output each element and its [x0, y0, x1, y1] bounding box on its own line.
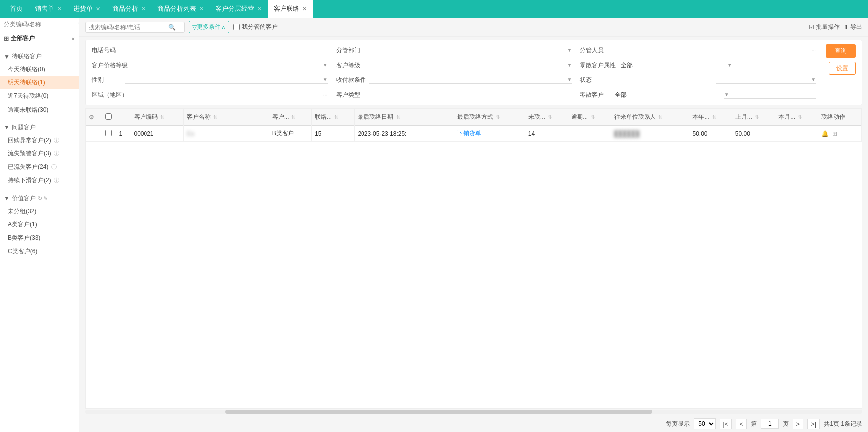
- collapse-sidebar-btn[interactable]: «: [72, 35, 75, 42]
- price-level-label: 客户价格等级: [92, 61, 128, 70]
- col-unit-contact[interactable]: 往来单位联系人 ⇅: [611, 109, 689, 126]
- col-this-year[interactable]: 本年... ⇅: [689, 109, 732, 126]
- retail-customer-field: 零散客户 全部 ▼: [580, 91, 816, 99]
- sidebar-item-repurchase-abnormal[interactable]: 回购异常客户(2) ⓘ: [0, 134, 79, 147]
- col-type[interactable]: 客户... ⇅: [269, 109, 311, 126]
- customer-level-select[interactable]: ▼: [369, 61, 572, 69]
- page-number-input[interactable]: [761, 419, 779, 429]
- col-name[interactable]: 客户名称 ⇅: [183, 109, 269, 126]
- sidebar-search-bar[interactable]: 🔍: [0, 18, 79, 31]
- phone-input[interactable]: [125, 46, 328, 55]
- refresh-icon[interactable]: ↻: [38, 195, 42, 202]
- close-customer-tier-tab[interactable]: ✕: [257, 6, 262, 12]
- last-contact-method-link[interactable]: 下销货单: [457, 130, 481, 137]
- col-contact-count[interactable]: 联络... ⇅: [312, 109, 355, 126]
- sidebar-item-class-b[interactable]: B类客户(33): [0, 231, 79, 245]
- row-action-icon-1[interactable]: 🔔: [821, 130, 829, 137]
- my-customers-checkbox-area[interactable]: 我分管的客户: [233, 23, 278, 31]
- select-all-checkbox[interactable]: [105, 113, 112, 120]
- customer-table: ⚙ 客户编码 ⇅ 客户名称 ⇅: [86, 109, 862, 142]
- status-chevron-icon: ▼: [811, 77, 816, 82]
- pending-contact-group[interactable]: ▼ 待联络客户: [0, 50, 79, 63]
- filter-row-2: 客户价格等级 ▼ 客户等级 ▼: [92, 59, 816, 71]
- last-page-btn[interactable]: >|: [807, 419, 820, 429]
- sidebar-item-churned[interactable]: 已流失客户(24) ⓘ: [0, 160, 79, 174]
- last-contact-method-sort-icon: ⇅: [496, 114, 500, 120]
- close-product-analysis-table-tab[interactable]: ✕: [199, 6, 204, 12]
- first-page-btn[interactable]: |<: [720, 419, 732, 429]
- close-purchase-tab[interactable]: ✕: [96, 6, 100, 12]
- filter-row-1: 电话号码 分管部门 ▼ 分管人员: [92, 44, 816, 56]
- problem-arrow-icon: ▼: [4, 124, 10, 131]
- sidebar-item-tomorrow[interactable]: 明天待联络(1): [0, 76, 79, 89]
- gender-label: 性别: [92, 76, 122, 84]
- close-product-analysis-tab[interactable]: ✕: [141, 6, 145, 12]
- horizontal-scrollbar[interactable]: [85, 410, 862, 414]
- col-this-month[interactable]: 本月... ⇅: [775, 109, 818, 126]
- col-code[interactable]: 客户编码 ⇅: [131, 109, 183, 126]
- nav-product-analysis[interactable]: 商品分析 ✕: [106, 0, 151, 18]
- payment-select[interactable]: ▼: [369, 76, 572, 84]
- col-overdue[interactable]: 逾期... ⇅: [568, 109, 611, 126]
- page-size-select[interactable]: 50: [694, 418, 716, 429]
- search-input[interactable]: [89, 24, 168, 31]
- next-page-btn[interactable]: >: [793, 419, 803, 429]
- col-settings[interactable]: ⚙: [86, 109, 101, 126]
- region-more-icon[interactable]: ···: [323, 92, 328, 98]
- sidebar-item-ungrouped[interactable]: 未分组(32): [0, 205, 79, 218]
- nav-sales[interactable]: 销售单 ✕: [29, 0, 68, 18]
- retail-attr-select[interactable]: ▼: [727, 61, 816, 69]
- sidebar-item-class-c[interactable]: C类客户(6): [0, 245, 79, 258]
- customer-level-field: 客户等级 ▼: [336, 61, 572, 70]
- sidebar-item-class-a[interactable]: A类客户(1): [0, 218, 79, 231]
- row-last-contact-method[interactable]: 下销货单: [454, 126, 525, 142]
- sidebar-item-today[interactable]: 今天待联络(0): [0, 63, 79, 76]
- content-area: 🔍 ▽ 更多条件 ∧ 我分管的客户 ☑ 批量操作 ⬆ 导出: [79, 18, 868, 432]
- table-settings-icon[interactable]: ⚙: [89, 114, 94, 121]
- nav-customer-tier[interactable]: 客户分层经营 ✕: [210, 0, 268, 18]
- all-customers-header[interactable]: ⊞ 全部客户 «: [0, 31, 79, 46]
- batch-op-btn[interactable]: ☑ 批量操作: [809, 23, 840, 31]
- price-level-select[interactable]: ▼: [131, 61, 328, 69]
- nav-home[interactable]: 首页: [4, 0, 29, 18]
- row-action-icon-2[interactable]: ⊞: [832, 130, 837, 137]
- row-contact-action[interactable]: 🔔 ⊞: [818, 126, 861, 142]
- scrollbar-thumb[interactable]: [225, 410, 652, 414]
- sidebar-item-week[interactable]: 近7天待联络(0): [0, 89, 79, 103]
- row-checkbox-cell[interactable]: [101, 126, 116, 142]
- export-btn[interactable]: ⬆ 导出: [844, 23, 862, 31]
- col-no-contact[interactable]: 未联... ⇅: [525, 109, 568, 126]
- sidebar-item-declining[interactable]: 持续下滑客户(2) ⓘ: [0, 174, 79, 187]
- info-icon-2: ⓘ: [54, 150, 59, 156]
- close-customer-contact-tab[interactable]: ✕: [302, 6, 307, 12]
- row-checkbox[interactable]: [105, 130, 112, 136]
- setting-button[interactable]: 设置: [829, 62, 856, 75]
- retail-customer-select[interactable]: ▼: [724, 91, 816, 99]
- col-checkbox[interactable]: [101, 109, 116, 126]
- value-customers-group[interactable]: ▼ 价值客户 ↻ ✎: [0, 192, 79, 205]
- dept-select[interactable]: ▼: [369, 46, 572, 54]
- search-bar[interactable]: 🔍: [85, 22, 185, 33]
- price-level-field: 客户价格等级 ▼: [92, 61, 328, 70]
- filter-more-btn[interactable]: ▽ 更多条件 ∧: [189, 21, 229, 33]
- sidebar-divider-2: [0, 119, 79, 119]
- person-select[interactable]: ···: [613, 46, 816, 54]
- status-select[interactable]: ▼: [716, 76, 816, 84]
- sidebar-item-overdue[interactable]: 逾期未联络(30): [0, 103, 79, 117]
- col-last-month[interactable]: 上月... ⇅: [732, 109, 775, 126]
- problem-customers-group[interactable]: ▼ 问题客户: [0, 121, 79, 134]
- col-last-contact-date[interactable]: 最后联络日期 ⇅: [355, 109, 454, 126]
- gender-select[interactable]: ▼: [125, 76, 328, 84]
- sidebar-search-input[interactable]: [4, 21, 78, 28]
- nav-customer-contact[interactable]: 客户联络 ✕: [268, 0, 313, 18]
- prev-page-btn[interactable]: <: [736, 419, 747, 429]
- nav-product-analysis-table[interactable]: 商品分析列表 ✕: [151, 0, 210, 18]
- sidebar-item-churn-risk[interactable]: 流失预警客户(3) ⓘ: [0, 147, 79, 160]
- my-customers-checkbox[interactable]: [233, 24, 240, 30]
- search-icon[interactable]: 🔍: [168, 24, 176, 31]
- query-button[interactable]: 查询: [826, 44, 856, 58]
- col-last-contact-method[interactable]: 最后联络方式 ⇅: [454, 109, 525, 126]
- close-sales-tab[interactable]: ✕: [57, 6, 62, 12]
- edit-icon[interactable]: ✎: [43, 195, 48, 202]
- nav-purchase[interactable]: 进货单 ✕: [68, 0, 106, 18]
